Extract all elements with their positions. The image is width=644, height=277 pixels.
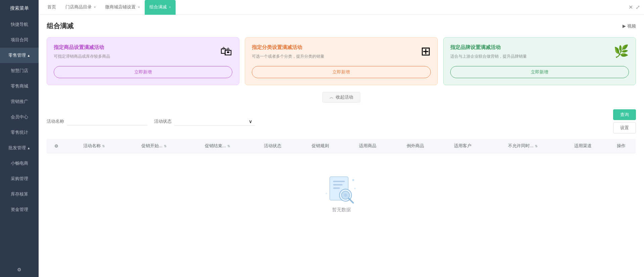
- tab-close-icon[interactable]: ×: [94, 5, 96, 9]
- filter-section: 活动名称 活动状态 ∨ 查询 设置: [47, 109, 636, 133]
- sidebar-item-marketing[interactable]: 营销推广: [0, 94, 39, 109]
- th-activity-status: 活动状态: [249, 139, 296, 153]
- arrow-icon: ▲: [27, 146, 31, 150]
- card-icon: 🛍: [220, 44, 232, 58]
- empty-state: 暂无数据: [47, 153, 636, 226]
- svg-rect-2: [333, 184, 342, 185]
- card-title: 指定品牌设置满减活动: [450, 44, 629, 51]
- card-icon: 🌿: [614, 44, 629, 58]
- play-circle-icon: ▶: [623, 23, 626, 29]
- card-category-discount: 指定分类设置满减活动 可选一个或者多个分类，提升分类的销量 ⊞ 立即新增: [245, 37, 438, 85]
- sidebar-item-wholesale-mgmt[interactable]: 批发管理▲: [0, 140, 39, 156]
- sidebar-item-quick-nav[interactable]: 快捷导航: [0, 17, 39, 32]
- sidebar: 搜索菜单 快捷导航项目合同零售管理▲智慧门店零售商城营销推广会员中心零售统计批发…: [0, 0, 39, 277]
- setting-button[interactable]: 设置: [613, 122, 636, 133]
- tab-home[interactable]: 首页: [43, 0, 61, 15]
- svg-line-6: [349, 199, 353, 203]
- th-promo-start[interactable]: 促销开始...⇅: [122, 139, 186, 153]
- tab-label: 门店商品目录: [65, 4, 92, 10]
- th-applicable-customers: 适用客户: [439, 139, 487, 153]
- sidebar-item-member-center[interactable]: 会员中心: [0, 109, 39, 125]
- content-area: 组合满减 ▶ 视频 指定商品设置满减活动 可指定滞销商品或库存较多商品 🛍 立即…: [39, 15, 644, 277]
- tab-combo-discount[interactable]: 组合满减×: [145, 0, 176, 15]
- card-desc: 可选一个或者多个分类，提升分类的销量: [252, 53, 430, 59]
- page-header: 组合满减 ▶ 视频: [47, 21, 636, 31]
- th-no-concurrent[interactable]: 不允许同时...⇅: [487, 139, 559, 153]
- card-icon: ⊞: [421, 44, 431, 58]
- sidebar-item-fund-mgmt[interactable]: 资金管理: [0, 202, 39, 217]
- empty-text: 暂无数据: [332, 207, 351, 213]
- svg-point-10: [354, 188, 356, 189]
- tab-wechat-store-settings[interactable]: 微商城店铺设置×: [100, 0, 144, 15]
- card-add-button[interactable]: 立即新增: [450, 66, 629, 78]
- arrow-icon: ▲: [27, 54, 31, 57]
- card-add-button[interactable]: 立即新增: [54, 66, 232, 78]
- tab-bar-right: ✕ ⤢: [629, 4, 640, 10]
- tab-bar: 首页门店商品目录×微商城店铺设置×组合满减× ✕ ⤢: [39, 0, 644, 15]
- tab-label: 微商城店铺设置: [105, 4, 136, 10]
- sidebar-item-purchase-mgmt[interactable]: 采购管理: [0, 171, 39, 186]
- sidebar-item-retail-mgmt[interactable]: 零售管理▲: [0, 48, 39, 63]
- tab-close-icon[interactable]: ×: [138, 5, 140, 9]
- table-settings-icon[interactable]: ⚙: [54, 144, 58, 149]
- resize-window-icon[interactable]: ⤢: [636, 4, 640, 10]
- card-title: 指定商品设置满减活动: [54, 44, 232, 51]
- th-settings: ⚙: [47, 139, 66, 153]
- svg-point-8: [352, 179, 354, 181]
- activity-name-label: 活动名称: [47, 118, 64, 124]
- activity-status-label: 活动状态: [154, 118, 172, 124]
- card-title: 指定分类设置满减活动: [252, 44, 430, 51]
- th-activity-name[interactable]: 活动名称⇅: [66, 139, 122, 153]
- th-operation: 操作: [607, 139, 636, 153]
- data-table: ⚙活动名称⇅促销开始...⇅促销结束...⇅活动状态促销规则适用商品例外商品适用…: [47, 139, 636, 153]
- page-title: 组合满减: [47, 21, 74, 31]
- sidebar-item-inventory-calc[interactable]: 库存核算: [0, 186, 39, 202]
- card-goods-discount: 指定商品设置满减活动 可指定滞销商品或库存较多商品 🛍 立即新增: [47, 37, 239, 85]
- card-add-button[interactable]: 立即新增: [252, 66, 430, 78]
- sidebar-item-small-ecommerce[interactable]: 小畅电商: [0, 156, 39, 171]
- chevron-down-icon: ∨: [249, 119, 252, 124]
- activity-status-select[interactable]: ∨: [174, 117, 255, 126]
- th-applicable-channel: 适用渠道: [559, 139, 606, 153]
- th-promo-end[interactable]: 促销结束...⇅: [186, 139, 249, 153]
- sidebar-item-project-contract[interactable]: 项目合同: [0, 32, 39, 48]
- sort-icon[interactable]: ⇅: [102, 144, 105, 148]
- collapse-section: ︿ 收起活动: [47, 92, 636, 103]
- collapse-button[interactable]: ︿ 收起活动: [322, 92, 360, 103]
- svg-point-9: [326, 193, 327, 194]
- card-desc: 可指定滞销商品或库存较多商品: [54, 53, 232, 59]
- sort-icon[interactable]: ⇅: [535, 144, 538, 148]
- tab-store-catalog[interactable]: 门店商品目录×: [61, 0, 100, 15]
- th-exception-goods: 例外商品: [392, 139, 439, 153]
- sidebar-settings[interactable]: ⚙: [0, 262, 39, 277]
- sidebar-search[interactable]: 搜索菜单: [0, 0, 39, 17]
- filter-actions: 查询 设置: [613, 109, 636, 133]
- empty-illustration: [321, 173, 362, 207]
- sidebar-item-retail-stats[interactable]: 零售统计: [0, 125, 39, 140]
- sidebar-item-smart-store[interactable]: 智慧门店: [0, 63, 39, 78]
- collapse-icon: ︿: [329, 94, 334, 100]
- sidebar-label: 零售管理: [8, 52, 26, 58]
- th-applicable-goods: 适用商品: [344, 139, 392, 153]
- sort-icon[interactable]: ⇅: [164, 144, 167, 148]
- main-area: 首页门店商品目录×微商城店铺设置×组合满减× ✕ ⤢ 组合满减 ▶ 视频 指定商…: [39, 0, 644, 277]
- query-button[interactable]: 查询: [613, 109, 636, 120]
- video-label: 视频: [627, 23, 636, 29]
- th-promo-rule: 促销规则: [296, 139, 344, 153]
- video-link[interactable]: ▶ 视频: [623, 23, 636, 29]
- collapse-label: 收起活动: [336, 94, 353, 100]
- card-desc: 适合与上游企业联合做营销，提升品牌销量: [450, 53, 629, 59]
- tab-label: 首页: [47, 4, 56, 10]
- tab-close-icon[interactable]: ×: [169, 5, 171, 9]
- filter-activity-status: 活动状态 ∨: [154, 117, 255, 126]
- close-window-icon[interactable]: ✕: [629, 4, 633, 10]
- card-brand-discount: 指定品牌设置满减活动 适合与上游企业联合做营销，提升品牌销量 🌿 立即新增: [443, 37, 636, 85]
- filter-activity-name: 活动名称: [47, 117, 147, 125]
- activity-name-input[interactable]: [67, 117, 147, 125]
- sort-icon[interactable]: ⇅: [227, 144, 230, 148]
- sidebar-item-retail-mall[interactable]: 零售商城: [0, 78, 39, 94]
- tab-label: 组合满减: [149, 4, 167, 10]
- svg-rect-3: [333, 187, 340, 189]
- cards-section: 指定商品设置满减活动 可指定滞销商品或库存较多商品 🛍 立即新增 指定分类设置满…: [47, 37, 636, 85]
- svg-rect-1: [333, 181, 345, 182]
